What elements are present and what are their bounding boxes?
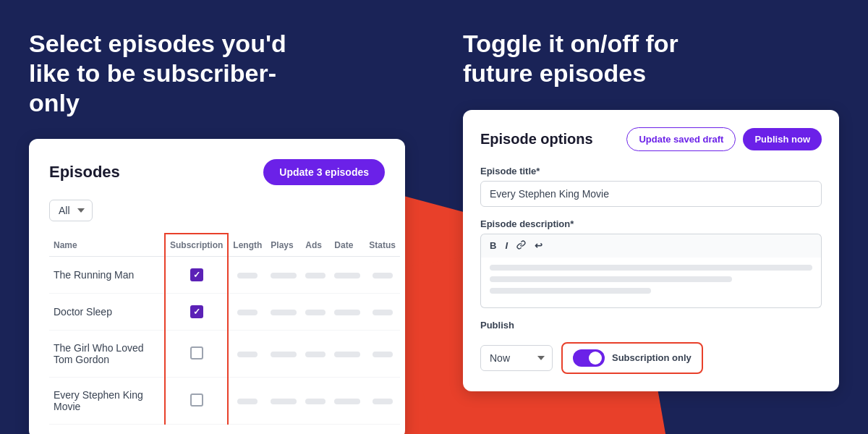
length-cell: [228, 294, 266, 331]
bold-button[interactable]: B: [487, 239, 499, 253]
status-cell: [365, 257, 400, 294]
episode-description-group: Episode description* B I ↩: [480, 218, 822, 308]
episode-name: Doctor Sleep: [49, 294, 165, 331]
filter-select[interactable]: All: [49, 200, 93, 221]
col-header-ads: Ads: [301, 234, 330, 257]
update-episodes-button[interactable]: Update 3 episodes: [263, 159, 385, 185]
status-cell: [365, 331, 400, 378]
date-cell: [330, 294, 365, 331]
col-header-date: Date: [330, 234, 365, 257]
episode-name: The Running Man: [49, 257, 165, 294]
italic-button[interactable]: I: [502, 239, 511, 253]
plays-cell: [266, 331, 301, 378]
episode-title-group: Episode title*: [480, 166, 822, 207]
desc-line-1: [490, 265, 812, 271]
desc-line-2: [490, 276, 732, 282]
col-header-plays: Plays: [266, 234, 301, 257]
table-row: Doctor Sleep: [49, 294, 400, 331]
checkbox-unchecked[interactable]: [190, 346, 203, 359]
episode-name: The Girl Who Loved Tom Gordon: [49, 331, 165, 378]
subscription-toggle-wrapper[interactable]: Subscription only: [561, 342, 703, 374]
publish-label: Publish: [480, 320, 822, 331]
subscription-only-label: Subscription only: [612, 352, 692, 363]
episodes-card: Episodes Update 3 episodes All Name Subs…: [29, 139, 405, 434]
col-header-length: Length: [228, 234, 266, 257]
episode-options-card: Episode options Update saved draft Publi…: [463, 110, 839, 391]
link-button[interactable]: [514, 239, 529, 253]
subscription-cell[interactable]: [165, 294, 228, 331]
length-cell: [228, 257, 266, 294]
update-draft-button[interactable]: Update saved draft: [626, 127, 736, 151]
plays-cell: [266, 294, 301, 331]
left-panel: Select episodes you'd like to be subscri…: [0, 0, 434, 434]
date-cell: [330, 378, 365, 425]
status-cell: [365, 378, 400, 425]
plays-cell: [266, 378, 301, 425]
table-row: The Running Man: [49, 257, 400, 294]
ads-cell: [301, 331, 330, 378]
status-cell: [365, 294, 400, 331]
options-title: Episode options: [480, 131, 593, 148]
description-toolbar: B I ↩: [480, 234, 822, 258]
ads-cell: [301, 294, 330, 331]
left-panel-title: Select episodes you'd like to be subscri…: [29, 29, 304, 117]
checkbox-checked[interactable]: [190, 305, 203, 318]
table-row: Every Stephen King Movie: [49, 378, 400, 425]
publish-row: Now Subscription only: [480, 342, 822, 374]
col-header-name: Name: [49, 234, 165, 257]
right-panel-title: Toggle it on/off for future episodes: [463, 29, 738, 88]
col-header-subscription: Subscription: [165, 234, 228, 257]
undo-button[interactable]: ↩: [532, 239, 545, 253]
filter-row: All: [49, 200, 385, 221]
subscription-toggle[interactable]: [573, 349, 605, 367]
subscription-cell[interactable]: [165, 331, 228, 378]
episodes-table: Name Subscription Length Plays Ads Date …: [49, 233, 400, 425]
publish-now-button[interactable]: Publish now: [743, 128, 822, 150]
options-actions: Update saved draft Publish now: [626, 127, 822, 151]
publish-group: Publish Now Subscription only: [480, 320, 822, 374]
col-header-status: Status: [365, 234, 400, 257]
checkbox-unchecked[interactable]: [190, 393, 203, 407]
subscription-cell[interactable]: [165, 257, 228, 294]
ads-cell: [301, 378, 330, 425]
options-header: Episode options Update saved draft Publi…: [480, 127, 822, 151]
episodes-card-title: Episodes: [49, 163, 120, 182]
subscription-cell[interactable]: [165, 378, 228, 425]
episode-title-input[interactable]: [480, 181, 822, 207]
table-row: The Girl Who Loved Tom Gordon: [49, 331, 400, 378]
length-cell: [228, 378, 266, 425]
date-cell: [330, 331, 365, 378]
episode-description-label: Episode description*: [480, 218, 822, 229]
checkbox-checked[interactable]: [190, 268, 203, 281]
date-cell: [330, 257, 365, 294]
episode-title-label: Episode title*: [480, 166, 822, 176]
ads-cell: [301, 257, 330, 294]
plays-cell: [266, 257, 301, 294]
description-area[interactable]: [480, 258, 822, 308]
right-panel: Toggle it on/off for future episodes Epi…: [434, 0, 868, 434]
episode-name: Every Stephen King Movie: [49, 378, 165, 425]
length-cell: [228, 331, 266, 378]
publish-select[interactable]: Now: [480, 345, 553, 371]
episodes-card-header: Episodes Update 3 episodes: [49, 159, 385, 185]
desc-line-3: [490, 288, 651, 294]
